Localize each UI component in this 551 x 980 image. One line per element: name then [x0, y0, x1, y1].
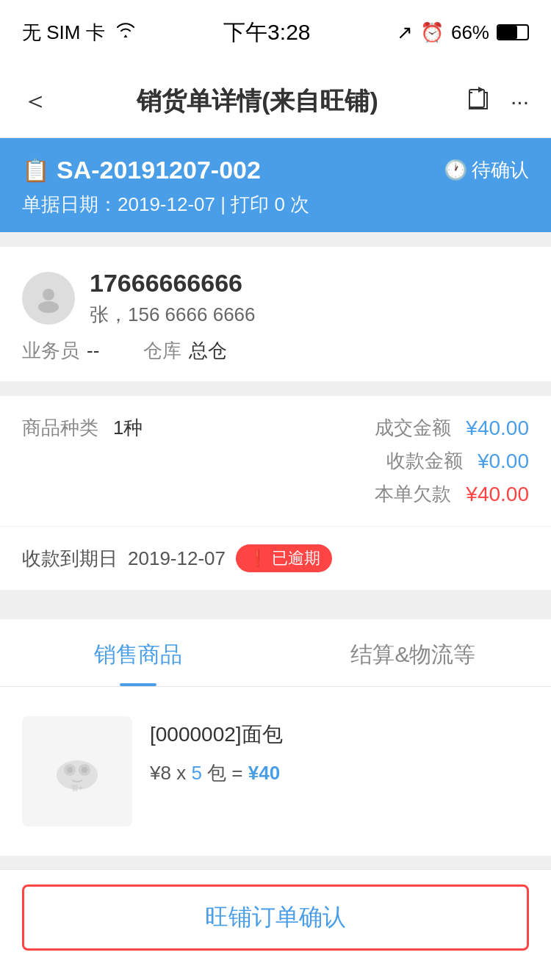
customer-name: 张，156 6666 6666: [90, 302, 256, 328]
customer-avatar: [22, 272, 75, 325]
product-count: 1种: [113, 415, 143, 441]
more-icon[interactable]: ···: [511, 89, 529, 114]
product-name: [0000002]面包: [150, 721, 529, 749]
unit: 包: [207, 762, 226, 784]
product-types-label: 商品种类: [22, 415, 98, 441]
order-status: 🕐 待确认: [444, 157, 529, 183]
owed-label: 本单欠款: [375, 481, 451, 507]
divider-1: [0, 381, 551, 396]
transaction-amount: ¥40.00: [466, 417, 529, 440]
tabs-section: 销售商品 结算&物流等 管+ [0000002]面包: [0, 619, 551, 856]
due-date-label: 收款到期日: [22, 546, 118, 572]
status-left: 无 SIM 卡: [22, 20, 137, 46]
warehouse-label: 仓库: [143, 338, 181, 364]
customer-meta: 业务员 -- 仓库 总仓: [22, 338, 529, 364]
tab-goods[interactable]: 销售商品: [0, 619, 276, 686]
page-title: 销货单详情(来自旺铺): [137, 84, 378, 118]
salesperson-value: --: [87, 339, 99, 362]
order-header: 📋 SA-20191207-002 🕐 待确认 单据日期：2019-12-07 …: [0, 138, 551, 232]
due-date-value: 2019-12-07: [128, 547, 226, 570]
status-right: ↗ ⏰ 66%: [397, 21, 529, 44]
location-icon: ↗: [397, 21, 413, 44]
overdue-badge: ❗ 已逾期: [236, 544, 332, 572]
nav-bar: ＜ 销货单详情(来自旺铺) ···: [0, 65, 551, 138]
product-item: 管+ [0000002]面包 ¥8 x 5 包 = ¥40: [22, 702, 529, 841]
order-date: 单据日期：2019-12-07 | 打印 0 次: [22, 192, 529, 217]
back-button[interactable]: ＜: [22, 83, 48, 119]
quantity: 5: [191, 762, 201, 784]
tab-settlement[interactable]: 结算&物流等: [276, 619, 551, 686]
divider-2: [0, 590, 551, 605]
svg-point-1: [43, 289, 54, 300]
received-label: 收款金额: [386, 448, 463, 474]
bottom-bar: 旺铺订单确认: [0, 869, 551, 980]
customer-section: 17666666666 张，156 6666 6666 业务员 -- 仓库 总仓: [0, 247, 551, 381]
product-price: ¥8 x 5 包 = ¥40: [150, 760, 529, 786]
product-thumbnail: 管+: [22, 716, 132, 826]
customer-phone: 17666666666: [90, 269, 256, 298]
svg-point-6: [67, 767, 73, 773]
confirm-button[interactable]: 旺铺订单确认: [22, 884, 529, 951]
total-price: ¥40: [248, 762, 280, 784]
tabs-header: 销售商品 结算&物流等: [0, 619, 551, 687]
order-id: 📋 SA-20191207-002: [22, 156, 261, 184]
status-bar: 无 SIM 卡 下午3:28 ↗ ⏰ 66%: [0, 0, 551, 65]
salesperson-label: 业务员: [22, 338, 79, 364]
carrier-text: 无 SIM 卡: [22, 20, 105, 46]
share-icon[interactable]: [467, 85, 493, 117]
summary-section: 商品种类 1种 成交金额 ¥40.00 收款金额 ¥0.00 本单欠款 ¥40.…: [0, 396, 551, 526]
transaction-label: 成交金额: [375, 415, 451, 441]
unit-price: ¥8: [150, 762, 171, 784]
product-info: [0000002]面包 ¥8 x 5 包 = ¥40: [150, 716, 529, 786]
owed-amount: ¥40.00: [466, 483, 529, 506]
svg-point-2: [38, 301, 59, 313]
battery-percent: 66%: [451, 21, 489, 44]
received-amount: ¥0.00: [478, 450, 529, 473]
alarm-icon: ⏰: [420, 21, 444, 44]
status-time: 下午3:28: [223, 18, 310, 48]
nav-actions: ···: [467, 85, 529, 117]
due-date-section: 收款到期日 2019-12-07 ❗ 已逾期: [0, 526, 551, 590]
svg-point-7: [82, 767, 87, 773]
battery-icon: [497, 24, 529, 40]
amounts: 成交金额 ¥40.00 收款金额 ¥0.00 本单欠款 ¥40.00: [375, 415, 529, 507]
svg-text:管+: 管+: [71, 784, 83, 792]
warehouse-value: 总仓: [189, 338, 227, 364]
wifi-icon: [114, 21, 137, 44]
customer-info: 17666666666 张，156 6666 6666: [90, 269, 256, 328]
product-section: 管+ [0000002]面包 ¥8 x 5 包 = ¥40: [0, 687, 551, 856]
order-icon: 📋: [22, 157, 49, 183]
warning-icon: ❗: [248, 549, 267, 568]
clock-icon: 🕐: [444, 159, 467, 181]
